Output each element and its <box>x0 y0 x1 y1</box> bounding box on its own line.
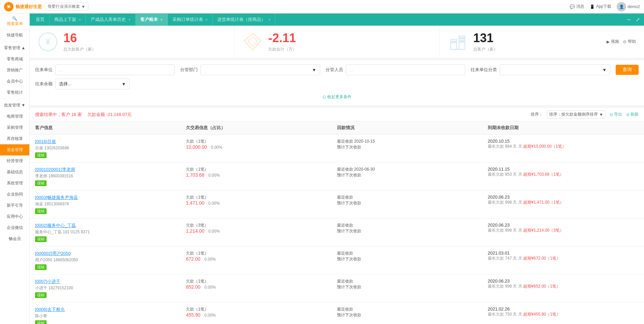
debt-amount-row-6: 455.90 0.00% <box>186 312 337 318</box>
message-action[interactable]: 💬 消息 <box>570 4 584 9</box>
filter-dept-select[interactable]: ▼ <box>200 64 320 75</box>
last-pay-2: 最近收款 <box>337 195 488 200</box>
debt-amount-row-5: 652.00 0.00% <box>186 284 337 290</box>
tab-close-incoming[interactable]: × <box>268 18 270 22</box>
result-count: 16 <box>72 112 76 117</box>
tab-customer-ledger[interactable]: 客户账本 × <box>136 14 168 25</box>
sidebar-item-wechat[interactable]: 企业微信 <box>0 222 29 233</box>
filter-person-input[interactable]: ... <box>346 64 465 75</box>
quick-nav-label: 快捷导航 <box>1 32 28 38</box>
due-date-1: 2020.11.15 <box>488 167 639 172</box>
sort-select[interactable]: 排序：按欠款金额倒序排序 ▼ <box>547 111 606 118</box>
tab-product-listing[interactable]: 商品上下架 × <box>50 14 86 25</box>
result-amount-label: 欠款金额 <box>83 112 105 117</box>
filter-dept-label: 分管部门 <box>180 67 198 73</box>
svg-marker-3 <box>248 37 257 47</box>
customer-name-2[interactable]: [0003]畅捷服务尹海蓝 <box>35 195 186 201</box>
overdue-link-5[interactable]: 超期¥652.00（1笔） <box>523 284 560 289</box>
overdue-link-4[interactable]: 超期¥672.00（1笔） <box>523 256 560 261</box>
sidebar-item-retail-stats[interactable]: 零售统计 <box>0 87 29 98</box>
overdue-link-6[interactable]: 超期¥455.90（1笔） <box>523 312 560 317</box>
overdue-link-2[interactable]: 超期¥1,471.00（1笔） <box>523 200 564 205</box>
stat-card-debt-customers: ¥ 16 总欠款客户（家） <box>30 26 234 58</box>
customer-name-1[interactable]: [0001020001]李老师 <box>35 167 186 173</box>
customer-name-6[interactable]: [0006]去下粮仓 <box>35 306 186 313</box>
sidebar-item-member[interactable]: 会员中心 <box>0 76 29 87</box>
tab-finished-goods[interactable]: 产成品入库单历史 × <box>86 14 136 25</box>
minimize-icon[interactable]: ─ <box>626 16 632 24</box>
customer-tag-1: 现销 <box>35 180 47 186</box>
sidebar-item-guide[interactable]: 新手引导 <box>0 200 29 211</box>
app-download-action[interactable]: 📱 App下载 <box>590 4 611 9</box>
cell-debt-2: 欠款（1笔） 1,471.00 0.00% <box>186 195 337 206</box>
sidebar-item-retail-mgmt[interactable]: 零售管理 ▲ <box>0 42 29 54</box>
tab-purchase-stats[interactable]: 采购订单统计表 × <box>168 14 213 25</box>
refresh-icon: ⊙ <box>626 112 629 117</box>
customer-name-0[interactable]: [0016]吕俊 <box>35 139 186 145</box>
refresh-button[interactable]: ⊙ 刷新 <box>626 112 639 117</box>
refresh-label: 刷新 <box>631 112 639 117</box>
due-date-3: 2020.06.23 <box>488 223 639 228</box>
company-name: 母婴行业演示账套 <box>48 4 80 9</box>
help-action[interactable]: ⊙ 帮助 <box>623 39 636 45</box>
sidebar-item-retail-mall[interactable]: 零售商城 <box>0 54 29 65</box>
result-actions: 排序： 排序：按欠款金额倒序排序 ▼ ⊙ 导出 ⊙ 刷新 <box>531 111 639 118</box>
search-button[interactable]: 查询 <box>616 65 639 75</box>
sidebar-item-system[interactable]: 系统管理 <box>0 178 29 189</box>
filter-balance-select[interactable]: 选择... ▼ <box>55 79 130 89</box>
export-button[interactable]: ⊙ 导出 <box>610 112 622 117</box>
sidebar-item-operations[interactable]: 经营管理 <box>0 155 29 167</box>
sidebar-item-quick-nav[interactable]: 快捷导航 <box>0 30 29 41</box>
sidebar-item-wholesale-mgmt[interactable]: 批发管理 ▼ <box>0 100 29 111</box>
tab-home[interactable]: 首页 <box>32 14 50 25</box>
customer-name-5[interactable]: [0007]小进干 <box>35 278 186 285</box>
overdue-link-3[interactable]: 超期¥1,214.00（3笔） <box>523 228 564 233</box>
sidebar-divider-1 <box>3 41 27 42</box>
cell-customer-0: [0016]吕俊 吕俊 13026203696 现销 <box>35 139 186 158</box>
svg-rect-7 <box>452 41 453 42</box>
customer-name-4[interactable]: [000002]用户2050 <box>35 251 186 257</box>
cell-debt-1: 欠款（1笔） 1,703.68 0.00% <box>186 167 337 178</box>
svg-rect-11 <box>460 40 461 42</box>
tab-close-customer[interactable]: × <box>161 18 163 22</box>
sidebar-search[interactable]: 🔍 搜索菜单 <box>0 13 29 30</box>
filter-unit-input[interactable]: ... <box>55 64 175 75</box>
debt-amount-6: 455.90 <box>186 312 200 318</box>
main-layout: 🔍 搜索菜单 快捷导航 零售管理 ▲ 零售商城 营销推广 会员中心 零售统计 批… <box>0 13 644 324</box>
due-date-5: 2020.06.23 <box>488 278 639 284</box>
video-label: 视频 <box>611 39 619 45</box>
collapse-button[interactable]: ⟨⟩ 收起更多条件 <box>35 93 639 101</box>
stat-card-debt-total: -2.11 欠款合计（万） <box>234 26 439 58</box>
tab-incoming-stats[interactable]: 进货单统计表（按商品） × <box>213 14 275 25</box>
overdue-days-3: 最长欠款 998 天 天 超期¥1,214.00（3笔） <box>488 228 639 233</box>
maximize-icon[interactable]: ⤢ <box>635 16 641 24</box>
customer-name-3[interactable]: [0002]服务中心_丁磊 <box>35 223 186 229</box>
sidebar-item-ecommerce[interactable]: 电商管理 <box>0 111 29 122</box>
stat-number-debt-total: -2.11 <box>268 31 297 45</box>
sidebar-item-finance[interactable]: 资金管理 <box>0 144 29 155</box>
cell-customer-1: [0001020001]李老师 李老师 18600391516 现销 <box>35 167 186 186</box>
tab-close-purchase[interactable]: × <box>206 18 208 22</box>
sidebar-item-marketing[interactable]: 营销推广 <box>0 65 29 76</box>
overdue-link-1[interactable]: 超期¥1,703.68（1笔） <box>523 172 564 177</box>
sidebar-item-inventory[interactable]: 库存核算 <box>0 133 29 144</box>
cell-debt-3: 欠款（3笔） 1,214.00 0.00% <box>186 223 337 234</box>
top-bar-right: 💬 消息 📱 App下载 👤 demo2 <box>570 2 640 11</box>
sidebar-item-basic[interactable]: 基础信息 <box>0 167 29 178</box>
sidebar-item-purchase[interactable]: 采购管理 <box>0 122 29 133</box>
customer-tag-4: 现销 <box>35 264 47 270</box>
col-header-customer: 客户信息 <box>35 125 186 131</box>
filter-category-arrow: ▼ <box>602 67 607 72</box>
app-label: App下载 <box>596 4 611 9</box>
company-select[interactable]: 母婴行业演示账套 ▼ <box>45 3 88 10</box>
sidebar-item-member2[interactable]: 畅会员 <box>0 233 29 244</box>
filter-category-select[interactable]: ▼ <box>500 64 610 75</box>
tab-close-finished[interactable]: × <box>129 18 131 22</box>
sidebar-item-enterprise[interactable]: 企业协同 <box>0 189 29 200</box>
user-avatar-area[interactable]: 👤 demo2 <box>617 2 640 11</box>
overdue-link-0[interactable]: 超期¥10,000.00（1笔） <box>523 144 566 149</box>
table-row: [0006]去下粮仓 陈小希 现销 欠款（1笔） 455.90 0.00% 最近… <box>30 302 644 324</box>
sidebar-item-app-center[interactable]: 应用中心 <box>0 211 29 222</box>
tab-close-product[interactable]: × <box>79 18 81 22</box>
video-action[interactable]: ▶ 视频 <box>607 39 619 45</box>
